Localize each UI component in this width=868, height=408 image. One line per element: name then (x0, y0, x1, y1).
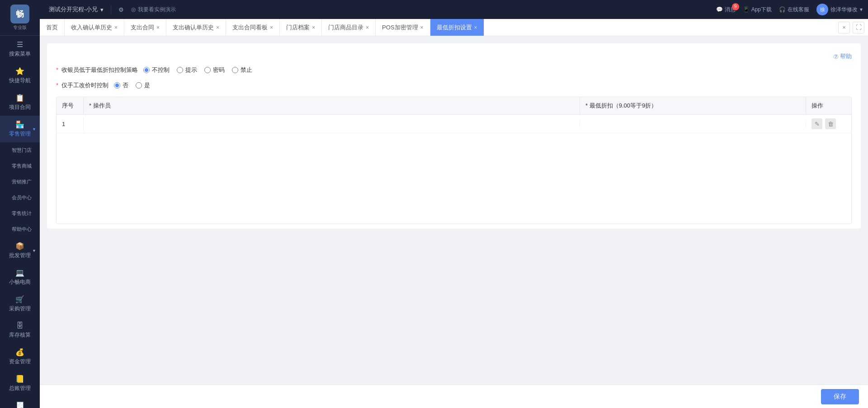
tab-pos-password[interactable]: POS加密管理 × (376, 19, 430, 36)
online-service-label: 在线客服 (788, 6, 809, 14)
tab-contract-board-close[interactable]: × (270, 24, 273, 31)
tab-close-button[interactable]: × (838, 22, 850, 33)
service-icon: 🎧 (779, 6, 786, 13)
table-empty-space (57, 133, 851, 224)
help-center-label: 帮助中心 (12, 226, 32, 233)
sidebar-item-retail-stats[interactable]: 零售统计 (0, 206, 40, 221)
tab-income-history[interactable]: 收入确认单历史 × (65, 19, 124, 36)
tab-home-label: 首页 (46, 23, 58, 32)
sidebar-item-label: 项目合同 (9, 103, 31, 111)
sidebar-item-ecommerce[interactable]: 💻 小畅电商 (0, 264, 40, 291)
sidebar-item-search[interactable]: ☰ 搜索菜单 (0, 36, 40, 62)
tab-store-products[interactable]: 门店商品目录 × (322, 19, 376, 36)
forbid-label: 禁止 (241, 66, 252, 74)
radio-hint[interactable]: 提示 (177, 66, 197, 74)
user-menu[interactable]: 徐 徐泽华修改 ▾ (816, 4, 863, 15)
sidebar-item-member[interactable]: 会员中心 (0, 190, 40, 206)
policy-row: * 收银员低于最低折扣控制策略 不控制 提示 密码 (56, 66, 852, 74)
sidebar-item-purchase[interactable]: 🛒 采购管理 (0, 291, 40, 317)
required-star: * (56, 66, 58, 73)
edit-row-button[interactable]: ✎ (811, 118, 822, 129)
tab-store-products-label: 门店商品目录 (328, 23, 363, 32)
sidebar-item-marketing[interactable]: 营销推广 (0, 174, 40, 190)
demo-circle-icon: ◎ (131, 6, 136, 13)
tab-income-history-label: 收入确认单历史 (71, 23, 112, 32)
tab-contract-close[interactable]: × (156, 24, 160, 31)
ledger-icon: 📒 (15, 375, 24, 383)
sidebar: 畅 专业版 ☰ 搜索菜单 ⭐ 快捷导航 📋 项目合同 🏪 零售管理 ▼ 智慧门店… (0, 0, 40, 408)
required-star-2: * (56, 82, 58, 89)
manual-label: * 仅手工改价时控制 (56, 81, 108, 89)
sidebar-item-smart-store[interactable]: 智慧门店 (0, 142, 40, 158)
app-version-label: 专业版 (13, 24, 27, 31)
yes-label: 是 (144, 81, 150, 89)
tab-home[interactable]: 首页 (40, 19, 65, 36)
col-action: 操作 (806, 97, 851, 114)
wholesale-icon: 📦 (15, 242, 24, 250)
project-name: 测试分开完程-小兄 (49, 5, 98, 14)
purchase-icon: 🛒 (15, 295, 24, 304)
sidebar-item-wholesale[interactable]: 📦 批发管理 ▼ (0, 237, 40, 264)
radio-password[interactable]: 密码 (204, 66, 225, 74)
tab-income-history-close[interactable]: × (114, 24, 118, 31)
help-link[interactable]: ⑦ 帮助 (833, 52, 852, 61)
tab-contract[interactable]: 支出合同 × (124, 19, 166, 36)
cell-seq: 1 (57, 117, 84, 131)
project-selector[interactable]: 测试分开完程-小兄 ▾ (45, 4, 107, 15)
demo-label: 我要看实例演示 (138, 6, 176, 14)
sidebar-item-help[interactable]: 帮助中心 (0, 221, 40, 237)
delete-row-button[interactable]: 🗑 (825, 118, 836, 129)
message-button[interactable]: 💬 消息 9 (716, 6, 736, 14)
password-label: 密码 (213, 66, 225, 74)
app-download-button[interactable]: 📱 App下载 (743, 6, 772, 14)
online-service-button[interactable]: 🎧 在线客服 (779, 6, 809, 14)
col-seq: 序号 (57, 97, 84, 114)
sidebar-item-invoice[interactable]: 🧾 发票管理 (0, 397, 40, 408)
sidebar-logo: 畅 专业版 (0, 0, 40, 36)
tab-store-files[interactable]: 门店档案 × (280, 19, 322, 36)
sidebar-item-finance[interactable]: 💰 资金管理 (0, 343, 40, 370)
tab-contract-board[interactable]: 支出合同看板 × (226, 19, 280, 36)
no-label: 否 (123, 81, 128, 89)
sidebar-item-ledger[interactable]: 📒 总账管理 (0, 370, 40, 397)
sidebar-item-retail[interactable]: 🏪 零售管理 ▼ (0, 116, 40, 142)
tab-pos-password-close[interactable]: × (420, 24, 424, 31)
tab-expense-history-close[interactable]: × (216, 24, 219, 31)
sidebar-item-inventory[interactable]: 🗄 库存核算 (0, 317, 40, 343)
tab-min-discount[interactable]: 最低折扣设置 × (430, 19, 484, 36)
manual-radio-group: 否 是 (114, 81, 150, 89)
topbar: 测试分开完程-小兄 ▾ ⚙ ◎ 我要看实例演示 💬 消息 9 📱 App下载 🎧… (40, 0, 868, 19)
tab-expense-history[interactable]: 支出确认单历史 × (166, 19, 226, 36)
sidebar-item-contract[interactable]: 📋 项目合同 (0, 89, 40, 116)
content-area: ⑦ 帮助 * 收银员低于最低折扣控制策略 不控制 提示 (40, 36, 868, 385)
demo-link[interactable]: ◎ 我要看实例演示 (131, 6, 176, 14)
topbar-settings-button[interactable]: ⚙ (115, 3, 127, 16)
tabs-actions: × ⛶ (838, 22, 868, 33)
tab-store-products-close[interactable]: × (366, 24, 369, 31)
sidebar-item-shortcut[interactable]: ⭐ 快捷导航 (0, 62, 40, 89)
tab-min-discount-close[interactable]: × (474, 24, 477, 31)
arrow-icon: ▼ (32, 127, 36, 131)
hint-label: 提示 (185, 66, 197, 74)
radio-yes[interactable]: 是 (136, 81, 150, 89)
radio-forbid[interactable]: 禁止 (232, 66, 252, 74)
tab-store-files-close[interactable]: × (312, 24, 315, 31)
ecommerce-label: 小畅电商 (9, 278, 31, 286)
purchase-label: 采购管理 (9, 305, 31, 313)
policy-label: * 收银员低于最低折扣控制策略 (56, 66, 138, 74)
tab-pos-password-label: POS加密管理 (382, 23, 418, 32)
sidebar-item-retail-mall[interactable]: 零售商城 (0, 158, 40, 174)
col-min-discount: * 最低折扣（9.00等于9折） (580, 97, 806, 114)
sidebar-item-label: 快捷导航 (9, 77, 31, 84)
retail-mall-label: 零售商城 (12, 163, 32, 169)
sidebar-item-label: 搜索菜单 (9, 50, 31, 58)
retail-stats-label: 零售统计 (12, 210, 32, 217)
smart-store-label: 智慧门店 (12, 147, 32, 154)
settings-gear-icon: ⚙ (118, 6, 124, 13)
radio-no[interactable]: 否 (114, 81, 128, 89)
radio-no-control[interactable]: 不控制 (143, 66, 170, 74)
save-button[interactable]: 保存 (821, 389, 859, 404)
finance-icon: 💰 (15, 348, 24, 356)
tab-expand-button[interactable]: ⛶ (853, 22, 864, 33)
row-actions: ✎ 🗑 (811, 118, 846, 129)
